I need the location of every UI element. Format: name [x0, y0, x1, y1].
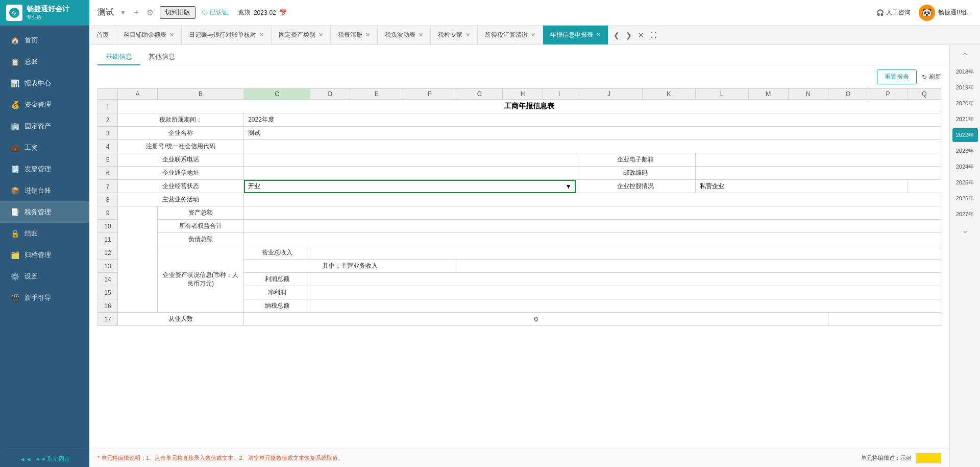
col-header-B[interactable]: B — [158, 89, 244, 100]
sidebar-item-asset[interactable]: 🏢 固定资产 — [0, 115, 89, 137]
tab-asset[interactable]: 固定资产类别 ✕ — [272, 26, 331, 45]
col-header-J[interactable]: J — [576, 89, 642, 100]
add-icon[interactable]: ＋ — [132, 7, 140, 18]
dropdown-arrow-icon[interactable]: ▼ — [120, 9, 126, 16]
sidebar-item-inout[interactable]: 📦 进销台账 — [0, 180, 89, 201]
cell-4-C[interactable] — [244, 140, 941, 153]
sidebar-item-guide[interactable]: 🎬 新手引导 — [0, 287, 89, 309]
year-2025[interactable]: 2025年 — [952, 176, 978, 190]
tab-next-icon[interactable]: ❯ — [624, 30, 634, 40]
tab-journal-close-icon[interactable]: ✕ — [259, 32, 264, 38]
col-header-K[interactable]: K — [642, 89, 695, 100]
sidebar-pin-button[interactable]: ◄◄ ◄◄ 取消固定 — [0, 451, 89, 467]
col-header-G[interactable]: G — [456, 89, 503, 100]
col-header-M[interactable]: M — [748, 89, 788, 100]
year-nav-up-icon[interactable]: ⌃ — [960, 49, 970, 63]
cell-7-C-dropdown[interactable]: 开业 ▼ — [244, 180, 576, 193]
year-2024[interactable]: 2024年 — [952, 160, 978, 174]
calendar-icon[interactable]: 📅 — [279, 9, 287, 16]
sidebar-item-salary[interactable]: 💼 工资 — [0, 137, 89, 158]
sub-tab-other[interactable]: 其他信息 — [140, 49, 183, 65]
col-header-A[interactable]: A — [118, 89, 158, 100]
cell-10-C[interactable] — [244, 220, 941, 233]
sidebar-item-report[interactable]: 📊 报表中心 — [0, 73, 89, 94]
col-header-P[interactable]: P — [868, 89, 908, 100]
year-2027[interactable]: 2027年 — [952, 207, 978, 221]
cell-13-F[interactable] — [456, 260, 941, 273]
year-2021[interactable]: 2021年 — [952, 112, 978, 126]
cell-2-C[interactable]: 2022年度 — [244, 113, 941, 127]
tab-taxlist-close-icon[interactable]: ✕ — [365, 32, 370, 38]
sidebar-item-home[interactable]: 🏠 首页 — [0, 30, 89, 51]
col-header-N[interactable]: N — [788, 89, 828, 100]
service-button[interactable]: 🎧 人工咨询 — [876, 8, 911, 17]
cell-6-L[interactable] — [695, 167, 941, 180]
tab-close-all-icon[interactable]: ✕ — [636, 30, 646, 40]
year-2020[interactable]: 2020年 — [952, 97, 978, 110]
user-profile-button[interactable]: 🐼 畅捷通B组... — [919, 5, 972, 21]
col-header-O[interactable]: O — [828, 89, 868, 100]
cell-2-AB[interactable]: 税款所属期间： — [118, 113, 244, 127]
cell-11-C[interactable] — [244, 233, 941, 246]
tab-home[interactable]: 首页 — [89, 26, 116, 45]
cell-15-C[interactable] — [310, 286, 941, 299]
col-header-F[interactable]: F — [403, 89, 456, 100]
cell-16-C[interactable] — [310, 299, 941, 313]
sidebar-item-ledger[interactable]: 📋 总账 — [0, 51, 89, 73]
tab-taxlist[interactable]: 税表清册 ✕ — [331, 26, 378, 45]
sidebar-item-tax[interactable]: 📑 税务管理 — [0, 201, 89, 223]
tab-journal[interactable]: 日记账与银行对账单核对 ✕ — [182, 26, 272, 45]
col-header-H[interactable]: H — [503, 89, 543, 100]
col-header-L[interactable]: L — [695, 89, 748, 100]
row-header-11: 11 — [98, 233, 118, 246]
tab-aux[interactable]: 科目辅助余额表 ✕ — [116, 26, 182, 45]
cell-7-L[interactable]: 私营企业 — [695, 180, 908, 193]
cell-12-C[interactable] — [310, 246, 941, 260]
col-header-E[interactable]: E — [350, 89, 403, 100]
year-2023[interactable]: 2023年 — [952, 144, 978, 158]
sidebar-item-settings[interactable]: ⚙️ 设置 — [0, 266, 89, 287]
tab-expand-icon[interactable]: ⛶ — [648, 31, 658, 40]
sidebar-item-fund[interactable]: 💰 资金管理 — [0, 94, 89, 115]
cell-9-C[interactable] — [244, 206, 941, 220]
col-header-Q[interactable]: Q — [908, 89, 941, 100]
year-nav-down-icon[interactable]: ⌄ — [960, 223, 970, 237]
settings-gear-icon[interactable]: ⚙ — [146, 8, 154, 17]
cell-17-O[interactable] — [828, 313, 941, 326]
spreadsheet-container[interactable]: A B C D E F G H I J K L — [89, 88, 949, 449]
cell-14-C[interactable] — [310, 273, 941, 286]
cell-5-C[interactable] — [244, 153, 576, 167]
cell-17-C[interactable]: 0 — [244, 313, 828, 326]
tab-aux-close-icon[interactable]: ✕ — [169, 32, 174, 38]
sidebar-item-archive[interactable]: 🗂️ 归档管理 — [0, 244, 89, 266]
cell-8-C[interactable] — [244, 193, 941, 206]
tab-incometax-close-icon[interactable]: ✕ — [531, 32, 535, 38]
col-header-I[interactable]: I — [543, 89, 576, 100]
year-2018[interactable]: 2018年 — [952, 65, 978, 79]
tab-prev-icon[interactable]: ❮ — [611, 30, 622, 40]
tab-taxcheck-close-icon[interactable]: ✕ — [465, 32, 470, 38]
year-2022[interactable]: 2022年 — [952, 128, 978, 142]
tab-incometax[interactable]: 所得税汇算清缴 ✕ — [478, 26, 543, 45]
cell-6-C[interactable] — [244, 167, 576, 180]
col-header-D[interactable]: D — [310, 89, 350, 100]
tab-asset-close-icon[interactable]: ✕ — [318, 32, 323, 38]
cell-3-C[interactable]: 测试 — [244, 127, 941, 140]
tab-yearinfo-close-icon[interactable]: ✕ — [596, 32, 601, 38]
refresh-button[interactable]: ↻ 刷新 — [922, 73, 941, 81]
year-2026[interactable]: 2026年 — [952, 192, 978, 205]
sidebar-item-invoice[interactable]: 🧾 发票管理 — [0, 158, 89, 180]
year-2019[interactable]: 2019年 — [952, 81, 978, 95]
col-header-C[interactable]: C — [244, 89, 310, 100]
cell-5-L[interactable] — [695, 153, 941, 167]
tab-taxwave-close-icon[interactable]: ✕ — [419, 32, 423, 38]
dropdown-arrow-icon[interactable]: ▼ — [566, 183, 572, 190]
tab-yearinfo[interactable]: 年报信息申报表 ✕ — [543, 26, 608, 45]
cell-title[interactable]: 工商年报信息表 — [118, 100, 941, 113]
sidebar-item-close[interactable]: 🔒 结账 — [0, 223, 89, 244]
tab-taxcheck[interactable]: 税检专家 ✕ — [431, 26, 478, 45]
sub-tab-basic[interactable]: 基础信息 — [97, 49, 140, 65]
tab-taxwave[interactable]: 税负波动表 ✕ — [378, 26, 431, 45]
reset-report-button[interactable]: 重置报表 — [877, 69, 917, 84]
switch-version-button[interactable]: 切到旧版 — [160, 6, 195, 19]
